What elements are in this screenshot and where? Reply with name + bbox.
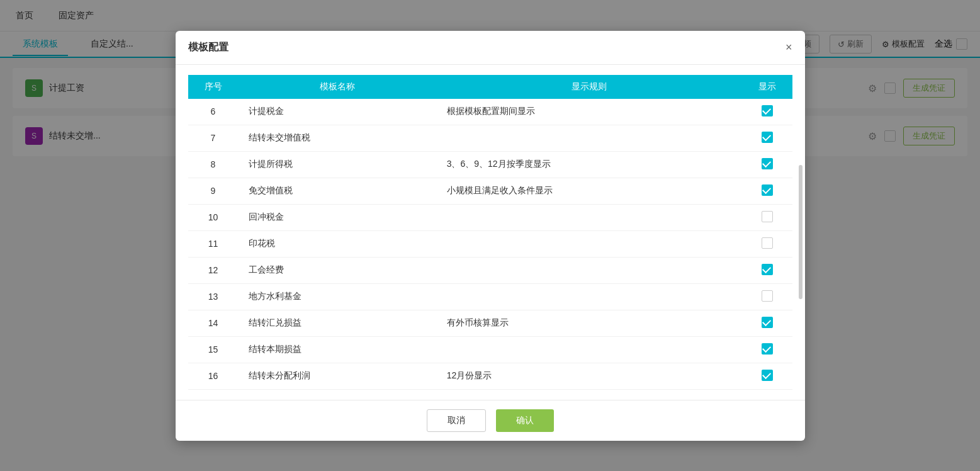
cell-name: 结转未交增值税	[239, 125, 437, 151]
checkbox-row-7[interactable]	[762, 290, 773, 302]
cell-id: 12	[188, 257, 239, 283]
checkbox-row-5[interactable]	[762, 237, 773, 249]
cell-rule	[437, 125, 742, 151]
config-table: 序号 模板名称 显示规则 显示 6计提税金根据模板配置期间显示7结转未交增值税8…	[188, 75, 792, 390]
dialog-header: 模板配置 ×	[176, 31, 805, 65]
table-row: 16结转未分配利润12月份显示	[188, 363, 792, 389]
checkbox-row-4[interactable]	[762, 211, 773, 222]
cell-rule: 根据模板配置期间显示	[437, 99, 742, 125]
dialog-close-btn[interactable]: ×	[786, 42, 792, 53]
col-header-id: 序号	[188, 75, 239, 99]
table-row: 11印花税	[188, 230, 792, 257]
cell-name: 工会经费	[239, 257, 437, 283]
cell-checkbox	[742, 178, 792, 204]
checkbox-row-1[interactable]	[762, 132, 773, 143]
table-row: 12工会经费	[188, 257, 792, 283]
table-row: 9免交增值税小规模且满足收入条件显示	[188, 178, 792, 204]
table-row: 6计提税金根据模板配置期间显示	[188, 99, 792, 125]
checkbox-row-6[interactable]	[762, 264, 773, 275]
cell-id: 16	[188, 363, 239, 389]
cell-checkbox	[742, 204, 792, 230]
checkbox-row-3[interactable]	[762, 184, 773, 196]
col-header-show: 显示	[742, 75, 792, 99]
table-row: 14结转汇兑损益有外币核算显示	[188, 310, 792, 336]
cell-name: 回冲税金	[239, 204, 437, 230]
cell-id: 11	[188, 230, 239, 257]
cell-checkbox	[742, 363, 792, 389]
cell-id: 9	[188, 178, 239, 204]
cell-rule: 有外币核算显示	[437, 310, 742, 336]
cell-rule: 12月份显示	[437, 363, 742, 389]
cell-rule: 小规模且满足收入条件显示	[437, 178, 742, 204]
modal-overlay: 模板配置 × 序号 模板名称 显示规则 显示 6计提税金根据模板配置期间显示7结…	[0, 0, 980, 471]
dialog-footer: 取消 确认	[176, 400, 805, 441]
cell-id: 7	[188, 125, 239, 151]
cell-checkbox	[742, 283, 792, 310]
cell-checkbox	[742, 99, 792, 125]
cell-checkbox	[742, 125, 792, 151]
scroll-indicator	[799, 165, 803, 299]
cell-name: 结转本期损益	[239, 336, 437, 363]
dialog-title: 模板配置	[188, 41, 228, 54]
cell-rule	[437, 204, 742, 230]
table-row: 8计提所得税3、6、9、12月按季度显示	[188, 151, 792, 178]
cancel-btn[interactable]: 取消	[427, 409, 486, 432]
cell-name: 计提所得税	[239, 151, 437, 178]
cell-checkbox	[742, 336, 792, 363]
cell-name: 免交增值税	[239, 178, 437, 204]
table-header-row: 序号 模板名称 显示规则 显示	[188, 75, 792, 99]
col-header-name: 模板名称	[239, 75, 437, 99]
cell-checkbox	[742, 257, 792, 283]
table-row: 13地方水利基金	[188, 283, 792, 310]
cell-id: 6	[188, 99, 239, 125]
cell-name: 结转未分配利润	[239, 363, 437, 389]
cell-checkbox	[742, 151, 792, 178]
cell-rule	[437, 257, 742, 283]
table-row: 7结转未交增值税	[188, 125, 792, 151]
cell-id: 8	[188, 151, 239, 178]
cell-name: 印花税	[239, 230, 437, 257]
cell-id: 10	[188, 204, 239, 230]
checkbox-row-9[interactable]	[762, 343, 773, 355]
cell-checkbox	[742, 310, 792, 336]
cell-name: 结转汇兑损益	[239, 310, 437, 336]
dialog-template-config: 模板配置 × 序号 模板名称 显示规则 显示 6计提税金根据模板配置期间显示7结…	[176, 31, 805, 441]
dialog-body: 序号 模板名称 显示规则 显示 6计提税金根据模板配置期间显示7结转未交增值税8…	[176, 65, 805, 400]
cell-name: 地方水利基金	[239, 283, 437, 310]
checkbox-row-2[interactable]	[762, 158, 773, 169]
cell-rule	[437, 336, 742, 363]
confirm-btn[interactable]: 确认	[496, 409, 554, 432]
cell-id: 13	[188, 283, 239, 310]
cell-rule	[437, 230, 742, 257]
cell-name: 计提税金	[239, 99, 437, 125]
col-header-rule: 显示规则	[437, 75, 742, 99]
checkbox-row-8[interactable]	[762, 317, 773, 328]
cell-rule	[437, 283, 742, 310]
table-row: 10回冲税金	[188, 204, 792, 230]
cell-id: 15	[188, 336, 239, 363]
cell-id: 14	[188, 310, 239, 336]
cell-rule: 3、6、9、12月按季度显示	[437, 151, 742, 178]
checkbox-row-0[interactable]	[762, 105, 773, 116]
cell-checkbox	[742, 230, 792, 257]
checkbox-row-10[interactable]	[762, 370, 773, 381]
table-row: 15结转本期损益	[188, 336, 792, 363]
